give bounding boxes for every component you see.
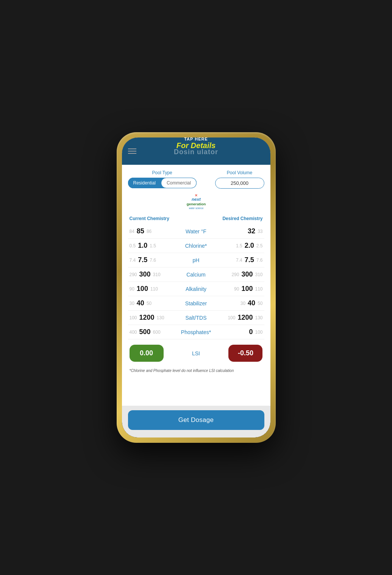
ph-current-low: 7.4 xyxy=(130,258,136,263)
chlorine-desired-main: 2.0 xyxy=(245,242,254,250)
stabilizer-current-low: 30 xyxy=(130,301,134,306)
lsi-current-badge: 0.00 xyxy=(130,345,164,362)
chlorine-desired-high: 2.5 xyxy=(256,243,263,248)
phosphates-current-main: 500 xyxy=(139,328,151,336)
water-desired-values: 32 33 xyxy=(221,227,263,235)
alkalinity-desired-low: 90 xyxy=(234,286,239,292)
chlorine-current-main: 1.0 xyxy=(138,242,147,250)
water-current-low: 84 xyxy=(130,229,134,234)
phosphates-row: 400 500 600 Phosphates* 0 100 xyxy=(128,325,264,339)
calcium-desired-low: 290 xyxy=(231,272,239,277)
stabilizer-current-main: 40 xyxy=(137,299,144,307)
get-dosage-button[interactable]: Get Dosage xyxy=(128,410,264,430)
pool-config: Pool Type Residential Commercial Pool Vo… xyxy=(128,170,264,189)
pool-volume-section: Pool Volume xyxy=(215,170,264,189)
salt-current-high: 130 xyxy=(157,315,164,320)
calcium-current-values: 290 300 310 xyxy=(130,270,171,278)
salt-current-values: 100 1200 130 xyxy=(130,314,171,322)
next-generation-logo: ✕ next generation water science xyxy=(179,193,213,212)
ph-current-main: 7.5 xyxy=(138,256,147,264)
chlorine-row: 0.5 1.0 1.5 Chlorine* 1.5 2.0 2.5 xyxy=(128,239,264,253)
screen: TAP HERE For Details Dosin ulator Pool T… xyxy=(122,138,270,438)
alkalinity-current-low: 90 xyxy=(130,286,134,292)
svg-text:next: next xyxy=(191,197,201,202)
salt-desired-low: 100 xyxy=(228,315,235,320)
stabilizer-row: 30 40 50 Stabilizer 30 40 50 xyxy=(128,296,264,311)
stabilizer-desired-main: 40 xyxy=(248,299,255,307)
stabilizer-desired-values: 30 40 50 xyxy=(221,299,263,307)
alkalinity-current-values: 90 100 110 xyxy=(130,285,171,293)
lsi-label: LSI xyxy=(192,350,200,356)
chlorine-desired-low: 1.5 xyxy=(236,243,242,248)
salt-desired-values: 100 1200 130 xyxy=(221,314,263,322)
phosphates-current-low: 400 xyxy=(130,330,137,335)
chlorine-current-values: 0.5 1.0 1.5 xyxy=(130,242,171,250)
commercial-btn[interactable]: Commercial xyxy=(161,178,197,188)
stabilizer-label: Stabilizer xyxy=(171,300,221,306)
ph-current-high: 7.6 xyxy=(150,258,156,263)
water-temp-label: Water °F xyxy=(171,228,221,234)
salt-current-main: 1200 xyxy=(139,314,155,322)
main-content: Pool Type Residential Commercial Pool Vo… xyxy=(122,165,270,406)
chlorine-current-low: 0.5 xyxy=(130,243,136,248)
calcium-current-high: 310 xyxy=(153,272,161,277)
ph-desired-main: 7.5 xyxy=(245,256,254,264)
svg-text:generation: generation xyxy=(186,202,205,206)
tap-here-text: TAP HERE xyxy=(176,138,216,141)
calcium-desired-main: 300 xyxy=(241,270,253,278)
pool-type-label: Pool Type xyxy=(152,170,172,175)
chlorine-desired-values: 1.5 2.0 2.5 xyxy=(221,242,263,250)
alkalinity-desired-high: 110 xyxy=(255,286,262,292)
stabilizer-desired-high: 50 xyxy=(258,301,262,306)
alkalinity-label: Alkalinity xyxy=(171,286,221,292)
calcium-desired-values: 290 300 310 xyxy=(221,270,263,278)
for-details-text: For Details xyxy=(176,141,216,150)
svg-text:water science: water science xyxy=(188,207,203,209)
phosphates-label: Phosphates* xyxy=(171,329,221,335)
water-current-values: 84 85 86 xyxy=(130,227,171,235)
current-chemistry-header: Current Chemistry xyxy=(130,216,169,221)
bottom-area: Get Dosage xyxy=(122,406,270,438)
phosphates-desired-values: 0 100 xyxy=(221,328,263,336)
salt-tds-label: Salt/TDS xyxy=(171,315,221,321)
alkalinity-current-high: 110 xyxy=(150,286,158,292)
calcium-row: 290 300 310 Calcium 290 300 310 xyxy=(128,267,264,282)
lsi-desired-badge: -0.50 xyxy=(228,345,262,362)
residential-btn[interactable]: Residential xyxy=(128,178,161,188)
water-temp-row: 84 85 86 Water °F 32 33 xyxy=(128,224,264,239)
desired-chemistry-header: Desired Chemistry xyxy=(222,216,262,221)
calcium-current-main: 300 xyxy=(139,270,151,278)
phosphates-desired-main: 0 xyxy=(249,328,253,336)
water-desired-high: 33 xyxy=(258,229,262,234)
pool-volume-input[interactable] xyxy=(215,178,264,189)
salt-desired-high: 130 xyxy=(255,315,262,320)
ph-current-values: 7.4 7.5 7.6 xyxy=(130,256,171,264)
chemistry-headers: Current Chemistry Desired Chemistry xyxy=(128,216,264,221)
ph-desired-low: 7.4 xyxy=(236,258,242,263)
phosphates-desired-high: 100 xyxy=(255,330,262,335)
app-header: TAP HERE For Details Dosin ulator xyxy=(122,138,270,165)
salt-desired-main: 1200 xyxy=(237,314,253,322)
chlorine-label: Chlorine* xyxy=(171,243,221,249)
ph-desired-high: 7.6 xyxy=(256,258,263,263)
lsi-row: 0.00 LSI -0.50 xyxy=(128,341,264,366)
alkalinity-row: 90 100 110 Alkalinity 90 100 110 xyxy=(128,282,264,296)
water-current-main: 85 xyxy=(137,227,144,235)
pool-type-section: Pool Type Residential Commercial xyxy=(128,170,197,188)
ph-label: pH xyxy=(171,257,221,263)
ph-row: 7.4 7.5 7.6 pH 7.4 7.5 7.6 xyxy=(128,253,264,267)
logo-area: ✕ next generation water science xyxy=(128,193,264,212)
chlorine-current-high: 1.5 xyxy=(150,243,156,248)
water-desired-main: 32 xyxy=(248,227,255,235)
calcium-label: Calcium xyxy=(171,272,221,278)
tap-banner[interactable]: TAP HERE For Details xyxy=(176,138,216,150)
hamburger-icon[interactable] xyxy=(128,148,136,154)
phosphates-current-values: 400 500 600 xyxy=(130,328,171,336)
salt-current-low: 100 xyxy=(130,315,137,320)
stabilizer-desired-low: 30 xyxy=(241,301,245,306)
water-current-high: 86 xyxy=(147,229,151,234)
alkalinity-desired-main: 100 xyxy=(241,285,253,293)
ph-desired-values: 7.4 7.5 7.6 xyxy=(221,256,263,264)
calcium-desired-high: 310 xyxy=(255,272,262,277)
alkalinity-current-main: 100 xyxy=(137,285,148,293)
